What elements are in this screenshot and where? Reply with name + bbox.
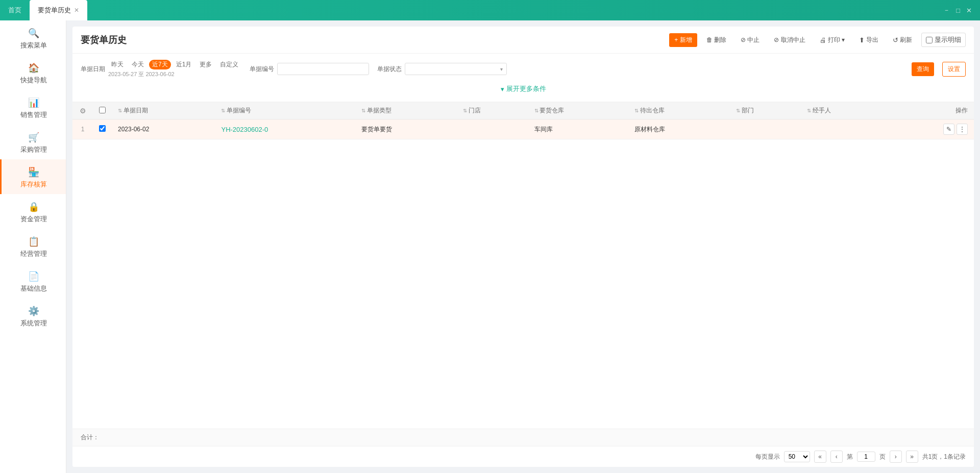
table-footer: 合计：: [72, 429, 974, 446]
print-button[interactable]: 🖨 🖨 打印 打印 ▾: [815, 33, 850, 47]
row-pending-warehouse: 原材料仓库: [628, 120, 730, 139]
docno-input[interactable]: [277, 63, 369, 75]
date-today-btn[interactable]: 今天: [129, 60, 147, 69]
sidebar-item-label: 库存核算: [20, 180, 47, 189]
tab-requisition-history[interactable]: 要货单历史 ✕: [30, 0, 87, 20]
page-title: 要货单历史: [81, 34, 127, 46]
th-doc-no[interactable]: 单据编号: [215, 102, 355, 120]
sidebar-item-label: 基础信息: [20, 284, 47, 293]
table-header-row: ⚙ 单据日期 单据编号 单据类型 门店 要货仓库 待出仓库 部门: [72, 102, 974, 120]
th-req-warehouse[interactable]: 要货仓库: [528, 102, 628, 120]
sidebar-item-inventory[interactable]: 🏪 库存核算: [0, 159, 66, 194]
date-custom-btn[interactable]: 自定义: [217, 60, 241, 69]
last-page-btn[interactable]: »: [906, 451, 918, 463]
row-doc-type: 要货单要货: [355, 120, 457, 139]
show-detail-button[interactable]: 显示明细: [921, 33, 966, 47]
select-all-checkbox[interactable]: [99, 107, 106, 113]
sidebar-item-search-menu[interactable]: 🔍 搜索菜单: [0, 20, 66, 55]
sidebar-item-sales-mgmt[interactable]: 📊 销售管理: [0, 90, 66, 125]
date-quick-btns: 昨天 今天 近7天 近1月 更多 自定义: [108, 60, 241, 69]
print-icon: 🖨: [820, 36, 826, 44]
table-row: 1 2023-06-02 YH-20230602-0 要货单要货 车间库 原材料…: [72, 120, 974, 139]
status-select-wrapper: [405, 63, 507, 75]
first-page-btn[interactable]: «: [814, 451, 826, 463]
row-dept: [730, 120, 801, 139]
home-icon: 🏠: [28, 62, 39, 74]
prev-page-btn[interactable]: ‹: [830, 451, 843, 463]
sidebar-item-purchase-mgmt[interactable]: 🛒 采购管理: [0, 125, 66, 159]
row-doc-no: YH-20230602-0: [215, 120, 355, 139]
export-button[interactable]: ⬆ 导出: [854, 33, 884, 47]
show-detail-checkbox[interactable]: [926, 37, 933, 43]
pagination-bar: 每页显示 50 20 100 200 « ‹ 第 页 › » 共1页，1条记录: [72, 446, 974, 467]
page-unit: 页: [879, 453, 886, 461]
status-select[interactable]: [405, 63, 507, 75]
sidebar-item-label: 销售管理: [20, 110, 47, 120]
next-page-btn[interactable]: ›: [890, 451, 902, 463]
sidebar-item-quick-nav[interactable]: 🏠 快捷导航: [0, 55, 66, 90]
query-button[interactable]: 查询: [912, 62, 934, 76]
docno-filter-label: 单据编号: [250, 65, 274, 74]
date-range-container: 昨天 今天 近7天 近1月 更多 自定义 2023-05-27 至 2023-0…: [108, 60, 241, 78]
th-store[interactable]: 门店: [457, 102, 528, 120]
row-num: 1: [72, 120, 93, 139]
cancel-stop-button[interactable]: ⊘ 取消中止: [769, 33, 810, 47]
new-button[interactable]: + 新增: [669, 33, 697, 47]
expand-more-btn[interactable]: ▾ 展开更多条件: [81, 82, 966, 96]
refresh-button[interactable]: ↺ 刷新: [888, 33, 917, 47]
date-1month-btn[interactable]: 近1月: [173, 60, 195, 69]
table-settings-icon[interactable]: ⚙: [80, 107, 86, 115]
th-pending-warehouse[interactable]: 待出仓库: [628, 102, 730, 120]
page-input[interactable]: [857, 452, 875, 462]
delete-button[interactable]: 🗑 删除: [701, 33, 731, 47]
row-req-warehouse: 车间库: [528, 120, 628, 139]
date-range-text: 2023-05-27 至 2023-06-02: [108, 70, 241, 78]
th-doc-type[interactable]: 单据类型: [355, 102, 457, 120]
page-header: 要货单历史 + 新增 🗑 删除 ⊘ 中止 ⊘ 取消中止 🖨 🖨 打印 打印 ▾ …: [72, 27, 974, 54]
sidebar-item-system-mgmt[interactable]: ⚙️ 系统管理: [0, 298, 66, 333]
sidebar-item-label: 采购管理: [20, 145, 47, 154]
minimize-icon[interactable]: －: [943, 6, 950, 15]
date-more-btn[interactable]: 更多: [197, 60, 215, 69]
date-filter-label: 单据日期: [81, 65, 105, 74]
row-handler: [801, 120, 887, 139]
inventory-icon: 🏪: [28, 167, 39, 178]
page-size-select[interactable]: 50 20 100 200: [784, 451, 810, 462]
row-checkbox-cell: [93, 120, 112, 139]
doc-icon: 📄: [28, 271, 39, 282]
sidebar-item-ops-mgmt[interactable]: 📋 经营管理: [0, 229, 66, 264]
date-yesterday-btn[interactable]: 昨天: [108, 60, 127, 69]
stop-button[interactable]: ⊘ 中止: [736, 33, 765, 47]
row-more-btn[interactable]: ⋮: [957, 124, 968, 135]
filter-status: 单据状态: [377, 63, 507, 75]
export-icon: ⬆: [859, 36, 865, 44]
table-body: 1 2023-06-02 YH-20230602-0 要货单要货 车间库 原材料…: [72, 120, 974, 139]
sidebar-item-basic-info[interactable]: 📄 基础信息: [0, 264, 66, 298]
refresh-icon: ↺: [893, 36, 898, 44]
tab-home[interactable]: 首页: [0, 0, 30, 20]
th-handler[interactable]: 经手人: [801, 102, 887, 120]
th-checkbox: [93, 102, 112, 120]
filter-row-1: 单据日期 昨天 今天 近7天 近1月 更多 自定义 2023-05-27 至 2…: [81, 60, 966, 78]
settings-filter-button[interactable]: 设置: [942, 62, 966, 77]
main-layout: 🔍 搜索菜单 🏠 快捷导航 📊 销售管理 🛒 采购管理 🏪 库存核算 🔒 资金管…: [0, 20, 980, 473]
toolbar: + 新增 🗑 删除 ⊘ 中止 ⊘ 取消中止 🖨 🖨 打印 打印 ▾ ⬆ 导出 ↺…: [669, 33, 966, 47]
table-container: ⚙ 单据日期 单据编号 单据类型 门店 要货仓库 待出仓库 部门: [72, 102, 974, 429]
status-filter-label: 单据状态: [377, 65, 402, 74]
th-doc-date[interactable]: 单据日期: [112, 102, 215, 120]
chart-icon: 📊: [28, 97, 39, 108]
th-dept[interactable]: 部门: [730, 102, 801, 120]
expand-icon: ▾: [501, 85, 504, 93]
close-window-icon[interactable]: ✕: [966, 7, 972, 14]
gear-icon: ⚙️: [28, 305, 39, 317]
doc-no-link[interactable]: YH-20230602-0: [221, 126, 268, 133]
row-edit-btn[interactable]: ✎: [943, 124, 954, 135]
lock-icon: 🔒: [28, 201, 39, 212]
maximize-icon[interactable]: □: [956, 7, 960, 14]
date-7days-btn[interactable]: 近7天: [149, 60, 171, 69]
row-checkbox[interactable]: [99, 125, 106, 132]
sidebar-item-finance-mgmt[interactable]: 🔒 资金管理: [0, 194, 66, 229]
close-tab-icon[interactable]: ✕: [74, 7, 79, 14]
search-icon: 🔍: [28, 28, 39, 39]
row-doc-date: 2023-06-02: [112, 120, 215, 139]
